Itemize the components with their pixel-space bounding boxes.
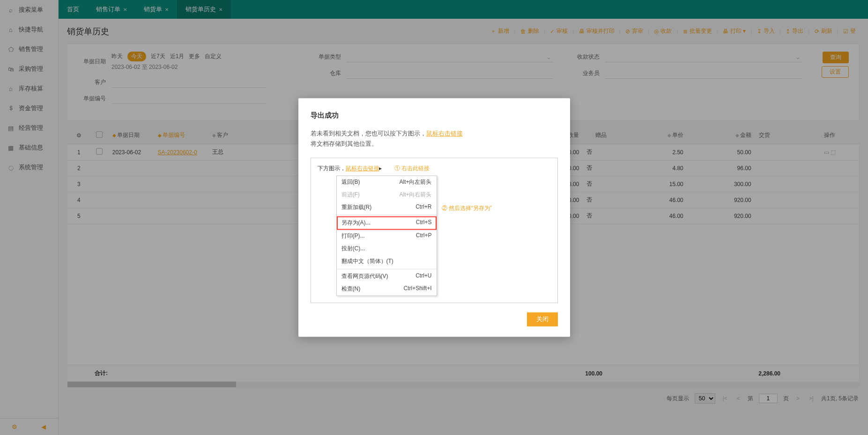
- ctx-item: 查看网页源代码(V)Ctrl+U: [337, 270, 437, 283]
- annotation-1: ① 右击此链接: [394, 165, 430, 172]
- ctx-item: 检查(N)Ctrl+Shift+I: [337, 283, 437, 296]
- modal-title: 导出成功: [311, 111, 558, 120]
- close-button[interactable]: 关闭: [527, 313, 558, 327]
- context-menu: 返回(B)Alt+向左箭头前进(F)Alt+向右箭头重新加载(R)Ctrl+R另…: [336, 176, 437, 296]
- cursor-icon: ▸: [379, 165, 382, 172]
- ctx-item: 返回(B)Alt+向左箭头: [337, 176, 437, 189]
- modal-body: 若未看到相关文档，您也可以按下方图示，鼠标右击链接 将文档存储到其他位置。: [311, 128, 558, 149]
- ctx-item: 前进(F)Alt+向右箭头: [337, 189, 437, 202]
- rightclick-link[interactable]: 鼠标右击链接: [426, 130, 463, 137]
- instruction-image: 下方图示，鼠标右击链接 ▸ ① 右击此链接 返回(B)Alt+向左箭头前进(F)…: [311, 158, 558, 303]
- ctx-item: 翻成中文（简体）(T): [337, 255, 437, 268]
- ctx-item: 另存为(A)...Ctrl+S: [337, 217, 437, 230]
- ctx-item: 重新加载(R)Ctrl+R: [337, 202, 437, 214]
- export-success-modal: 导出成功 若未看到相关文档，您也可以按下方图示，鼠标右击链接 将文档存储到其他位…: [298, 98, 570, 337]
- ctx-item: 投射(C)...: [337, 243, 437, 255]
- ctx-item: 打印(P)...Ctrl+P: [337, 230, 437, 243]
- hint-link: 鼠标右击链接: [346, 165, 379, 172]
- annotation-2: ② 然后选择“另存为”: [442, 205, 492, 213]
